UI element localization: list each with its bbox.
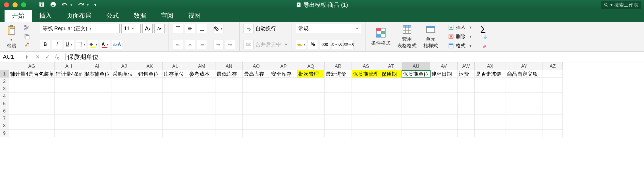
cell-AQ1[interactable]: 批次管理 — [297, 70, 325, 78]
cell-AS4[interactable] — [352, 93, 380, 100]
row-header-2[interactable]: 2 — [0, 78, 9, 85]
cell-AH3[interactable] — [55, 85, 83, 93]
cell-AQ3[interactable] — [297, 85, 325, 93]
cell-AP5[interactable] — [270, 100, 297, 107]
autosum-button[interactable]: ∑ — [480, 24, 490, 33]
cell-AR1[interactable]: 最新进价 — [325, 70, 352, 78]
cell-AW4[interactable] — [458, 93, 475, 100]
cell-AX5[interactable] — [475, 100, 506, 107]
cell-AJ6[interactable] — [111, 107, 137, 115]
cell-AT5[interactable] — [380, 100, 402, 107]
format-cells-button[interactable]: 格式▼ — [448, 42, 472, 49]
cell-AU7[interactable] — [402, 115, 430, 122]
wrap-text-button[interactable]: 自动换行 — [244, 24, 288, 33]
cell-AT3[interactable] — [380, 85, 402, 93]
cell-AV2[interactable] — [430, 78, 458, 85]
column-header-AM[interactable]: AM — [188, 62, 215, 70]
delete-cells-button[interactable]: 删除▼ — [448, 33, 472, 40]
cell-AI6[interactable] — [83, 107, 111, 115]
cell-AK6[interactable] — [137, 107, 163, 115]
cell-AG8[interactable] — [9, 122, 55, 130]
qat-customize-icon[interactable]: ▾ — [94, 3, 96, 7]
cell-AJ3[interactable] — [111, 85, 137, 93]
cell-AW3[interactable] — [458, 85, 475, 93]
cell-AL7[interactable] — [163, 115, 188, 122]
cell-AY5[interactable] — [506, 100, 543, 107]
cell-AO7[interactable] — [243, 115, 270, 122]
save-icon[interactable] — [39, 1, 45, 9]
cell-AS2[interactable] — [352, 78, 380, 85]
decrease-decimal-button[interactable]: .00→.0 — [344, 40, 354, 49]
column-header-AK[interactable]: AK — [137, 62, 163, 70]
cell-AP9[interactable] — [270, 130, 297, 137]
cell-AR2[interactable] — [325, 78, 352, 85]
align-left-button[interactable] — [173, 40, 183, 49]
column-header-AY[interactable]: AY — [506, 62, 543, 70]
cell-AX2[interactable] — [475, 78, 506, 85]
cell-AP6[interactable] — [270, 107, 297, 115]
cell-AL8[interactable] — [163, 122, 188, 130]
cell-AY6[interactable] — [506, 107, 543, 115]
row-header-1[interactable]: 1 — [0, 70, 9, 78]
cell-AV1[interactable]: 建档日期 — [430, 70, 458, 78]
tab-审阅[interactable]: 审阅 — [153, 9, 181, 22]
cell-AH7[interactable] — [55, 115, 83, 122]
cell-AM8[interactable] — [188, 122, 215, 130]
print-icon[interactable] — [50, 1, 56, 9]
tab-视图[interactable]: 视图 — [181, 9, 208, 22]
cell-AU1[interactable]: 保质期单位 — [402, 70, 430, 78]
merge-center-button[interactable]: 合并后居中▼ — [244, 40, 288, 49]
cell-AL3[interactable] — [163, 85, 188, 93]
cell-AM9[interactable] — [188, 130, 215, 137]
cell-AI1[interactable]: 报表辅单位 — [83, 70, 111, 78]
table-format-button[interactable]: 套用 表格格式 — [396, 24, 418, 49]
cell-AT6[interactable] — [380, 107, 402, 115]
column-header-AZ[interactable]: AZ — [543, 62, 563, 70]
cell-AR7[interactable] — [325, 115, 352, 122]
cell-AZ7[interactable] — [543, 115, 563, 122]
cell-AG1[interactable]: 辅计量4是否包装单位 — [9, 70, 55, 78]
cell-AR3[interactable] — [325, 85, 352, 93]
cell-AG7[interactable] — [9, 115, 55, 122]
formula-input[interactable]: 保质期单位 — [66, 53, 100, 61]
cell-AI8[interactable] — [83, 122, 111, 130]
cell-AL9[interactable] — [163, 130, 188, 137]
copy-button[interactable] — [22, 33, 32, 40]
column-header-AL[interactable]: AL — [163, 62, 188, 70]
cell-AY8[interactable] — [506, 122, 543, 130]
increase-decimal-button[interactable]: .0→.00 — [332, 40, 342, 49]
cell-AV9[interactable] — [430, 130, 458, 137]
orientation-button[interactable]: ab▾ — [213, 24, 223, 33]
font-size-dropdown[interactable]: 11▼ — [121, 24, 141, 33]
cell-AN7[interactable] — [215, 115, 243, 122]
name-box[interactable]: AU1 ▲▼ — [0, 54, 31, 60]
column-header-AR[interactable]: AR — [325, 62, 352, 70]
cell-AH1[interactable]: 辅计量4条码 — [55, 70, 83, 78]
cell-AR8[interactable] — [325, 122, 352, 130]
cell-AM7[interactable] — [188, 115, 215, 122]
align-bottom-button[interactable] — [197, 24, 207, 33]
bold-button[interactable]: B — [40, 40, 50, 49]
cell-AG9[interactable] — [9, 130, 55, 137]
cancel-formula-button[interactable]: ✕ — [35, 54, 40, 60]
cell-AQ4[interactable] — [297, 93, 325, 100]
cell-AP7[interactable] — [270, 115, 297, 122]
close-window-button[interactable] — [4, 2, 9, 7]
cell-AV3[interactable] — [430, 85, 458, 93]
search-sheets-input[interactable]: ▾ 搜索工作表 — [601, 1, 641, 9]
cell-AW8[interactable] — [458, 122, 475, 130]
cell-AU5[interactable] — [402, 100, 430, 107]
column-header-AQ[interactable]: AQ — [297, 62, 325, 70]
cell-AM4[interactable] — [188, 93, 215, 100]
cut-button[interactable] — [22, 24, 32, 32]
cell-AS6[interactable] — [352, 107, 380, 115]
align-top-button[interactable] — [173, 24, 183, 33]
conditional-format-button[interactable]: 条件格式 — [369, 24, 392, 49]
cell-AX8[interactable] — [475, 122, 506, 130]
cell-AJ9[interactable] — [111, 130, 137, 137]
cell-AP1[interactable]: 安全库存 — [270, 70, 297, 78]
row-header-6[interactable]: 6 — [0, 107, 9, 115]
cell-AW6[interactable] — [458, 107, 475, 115]
cell-AS7[interactable] — [352, 115, 380, 122]
column-header-AH[interactable]: AH — [55, 62, 83, 70]
